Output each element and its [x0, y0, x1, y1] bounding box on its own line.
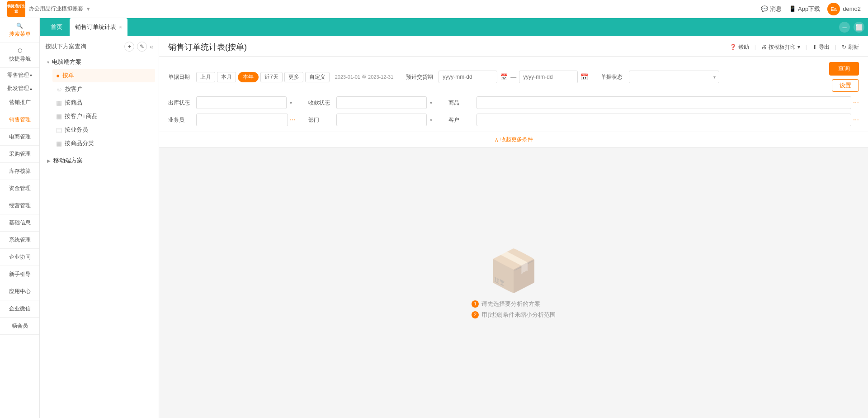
sidebar-item-sales[interactable]: 销售管理: [0, 111, 39, 128]
payment-select[interactable]: [336, 96, 427, 109]
sidebar-item-system[interactable]: 系统管理: [0, 232, 39, 249]
sidebar-item-operations[interactable]: 经营管理: [0, 197, 39, 214]
filter-row-1: 单据日期 上月 本月 本年 近7天 更多 自定义 2023-01-01 至 20…: [168, 62, 859, 92]
sidebar-item-finance[interactable]: 资金管理: [0, 180, 39, 197]
sidebar-item-search[interactable]: 🔍 搜索菜单: [0, 18, 39, 43]
export-button[interactable]: ⬆ 导出: [812, 43, 830, 51]
calendar-icon-2[interactable]: 📅: [580, 73, 588, 81]
sidebar-item-retail[interactable]: 零售管理: [0, 68, 39, 81]
tab-maximize-button[interactable]: ⬜: [854, 22, 864, 33]
export-icon: ⬆: [812, 44, 817, 50]
sidebar-search-label: 搜索菜单: [9, 30, 31, 38]
dept-select[interactable]: [336, 114, 427, 126]
empty-illustration: 📦: [488, 247, 539, 294]
collapse-bar[interactable]: ∧ 收起更多条件: [159, 132, 868, 147]
finance-label: 资金管理: [9, 185, 31, 192]
vip-label: 畅会员: [12, 322, 28, 330]
sidebar-item-enterprise[interactable]: 企业协同: [0, 249, 39, 266]
customer-more-button[interactable]: ···: [853, 116, 859, 124]
avatar: Ea: [827, 3, 840, 15]
date-separator: —: [510, 74, 516, 81]
expected-date-start[interactable]: [439, 71, 497, 83]
salesman-input[interactable]: [196, 114, 288, 126]
refresh-icon: ↻: [842, 44, 846, 50]
tree-child-category[interactable]: ▦ 按商品分类: [52, 137, 155, 150]
date-btn-more[interactable]: 更多: [284, 72, 303, 82]
empty-tip-1: 1 请先选择要分析的方案: [472, 300, 555, 308]
quicknav-icon: ⬡: [18, 48, 22, 54]
active-scheme-icon: ●: [56, 72, 60, 79]
appcenter-label: 应用中心: [9, 288, 31, 295]
tree-mobile-section[interactable]: ▶ 移动端方案: [43, 154, 155, 167]
tree-mobile-arrow: ▶: [47, 158, 51, 163]
tab-bar: 首页 销售订单统计表 × ─ ⬜: [40, 18, 868, 36]
query-button[interactable]: 查询: [829, 62, 859, 76]
shipment-label: 出库状态: [168, 99, 191, 107]
customer-input[interactable]: [476, 114, 851, 126]
sidebar-item-marketing[interactable]: 营销推广: [0, 94, 39, 111]
sidebar-item-newuser[interactable]: 新手引导: [0, 266, 39, 283]
wholesale-label: 批发管理: [7, 85, 29, 92]
app-download-button[interactable]: 📱 App下载: [789, 5, 820, 13]
tip-text-2: 用[过滤]条件来缩小分析范围: [481, 311, 555, 319]
tab-close-button[interactable]: ×: [119, 24, 122, 30]
tab-active[interactable]: 销售订单统计表 ×: [70, 18, 127, 36]
tree-child-salesman[interactable]: ▤ 按业务员: [52, 123, 155, 137]
sidebar-item-inventory[interactable]: 库存核算: [0, 163, 39, 180]
template-print-button[interactable]: 🖨 按模板打印 ▾: [761, 43, 800, 51]
tree-child-customer-goods[interactable]: ▦ 按客户+商品: [52, 109, 155, 123]
date-btn-custom[interactable]: 自定义: [305, 72, 330, 82]
tree-child-goods[interactable]: ▦ 按商品: [52, 96, 155, 109]
tree-child-customer[interactable]: ☺ 按客户: [52, 82, 155, 96]
sidebar-item-purchase[interactable]: 采购管理: [0, 146, 39, 163]
date-btn-thismonth[interactable]: 本月: [217, 72, 236, 82]
tree-pc-section[interactable]: ▾ 电脑端方案: [43, 55, 155, 69]
status-select[interactable]: [629, 71, 719, 83]
calendar-icon-1[interactable]: 📅: [500, 73, 508, 81]
page-inner: 按以下方案查询 + ✎ « ▾ 电脑端方案 ● 按: [40, 36, 868, 418]
goods-input[interactable]: [476, 96, 851, 109]
date-btn-lastmonth[interactable]: 上月: [196, 72, 215, 82]
message-button[interactable]: 💬 消息: [761, 5, 782, 13]
settings-button[interactable]: 设置: [832, 79, 859, 92]
sidebar-item-wholesale[interactable]: 批发管理: [0, 81, 39, 94]
sidebar-item-basic[interactable]: 基础信息: [0, 214, 39, 232]
help-button[interactable]: ❓ 帮助: [730, 43, 749, 51]
date-btn-thisyear[interactable]: 本年: [238, 72, 259, 82]
sidebar-item-vip[interactable]: 畅会员: [0, 318, 39, 335]
help-icon: ❓: [730, 44, 736, 50]
system-label: 系统管理: [9, 236, 31, 244]
marketing-label: 营销推广: [9, 99, 31, 106]
sidebar-item-appcenter[interactable]: 应用中心: [0, 283, 39, 300]
sidebar-item-wechat[interactable]: 企业微信: [0, 300, 39, 318]
dept-label: 部门: [308, 116, 331, 124]
expected-date-end[interactable]: [519, 71, 578, 83]
collapse-panel-button[interactable]: «: [150, 43, 153, 50]
basic-label: 基础信息: [9, 219, 31, 227]
sep3: |: [835, 44, 836, 50]
tree-child-active[interactable]: ● 按单: [52, 69, 155, 82]
sidebar-item-quicknav[interactable]: ⬡ 快捷导航: [0, 43, 39, 68]
logo: 畅捷通好生意: [7, 1, 25, 17]
edit-scheme-button[interactable]: ✎: [137, 42, 147, 52]
expected-date-group: 📅 — 📅: [439, 71, 588, 83]
date-btn-last7days[interactable]: 近7天: [260, 72, 283, 82]
sidebar-quicknav-label: 快捷导航: [9, 55, 31, 63]
help-label: 帮助: [738, 43, 749, 51]
goods-scheme-label: 按商品: [65, 99, 82, 107]
salesman-more-button[interactable]: ···: [290, 116, 296, 124]
customer-goods-icon: ▦: [56, 113, 62, 120]
shipment-select[interactable]: [196, 96, 287, 109]
tab-minimize-button[interactable]: ─: [839, 22, 850, 33]
tree-children: ● 按单 ☺ 按客户 ▦ 按商品 ▦ 按客户+商: [43, 69, 155, 150]
tip-num-1: 1: [472, 300, 479, 308]
page-header: 销售订单统计表(按单) ❓ 帮助 | 🖨 按模板打印 ▾ |: [159, 36, 868, 57]
goods-more-button[interactable]: ···: [853, 99, 859, 106]
add-scheme-button[interactable]: +: [124, 42, 134, 52]
date-label: 单据日期: [168, 73, 191, 81]
sidebar-item-ecommerce[interactable]: 电商管理: [0, 128, 39, 146]
tab-home[interactable]: 首页: [43, 18, 70, 36]
sep1: |: [755, 44, 756, 50]
refresh-button[interactable]: ↻ 刷新: [842, 43, 859, 51]
app-dropdown-icon[interactable]: ▾: [87, 5, 90, 12]
